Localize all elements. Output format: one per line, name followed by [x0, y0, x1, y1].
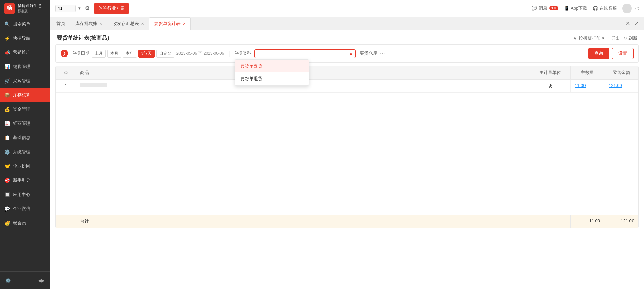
- sidebar-item-enterprise-collab[interactable]: 🤝 企业协同: [0, 159, 50, 173]
- date-btn-custom[interactable]: 自定义: [156, 50, 174, 58]
- logo: 畅 畅捷通好生意 标准版: [0, 0, 50, 17]
- sidebar-item-basic-info[interactable]: 📋 基础信息: [0, 131, 50, 145]
- page-content-area: 要货单统计表(按商品) 🖨 按模板打印 ▾ ↑ 导出 ↻ 刷新: [50, 30, 644, 289]
- date-btn-last7[interactable]: 近7天: [138, 50, 155, 58]
- table-empty-area: [56, 93, 638, 215]
- export-icon: ↑: [608, 36, 610, 41]
- message-icon: 💬: [532, 6, 537, 11]
- sales-icon: 📊: [4, 64, 10, 70]
- dropdown-item-order-return[interactable]: 要货单退货: [235, 72, 309, 85]
- finance-icon: 💰: [4, 106, 10, 112]
- dropdown-item-order-goods[interactable]: 要货单要货: [235, 60, 309, 72]
- table-col-quantity: 主数量: [571, 66, 604, 79]
- top-header: ▾ ⚙ 体验行业方案 💬 消息 99+ 📱 App下载 🎧 在线客服 Rit: [50, 0, 644, 17]
- beginner-guide-icon: 🎯: [4, 177, 10, 183]
- trial-button[interactable]: 体验行业方案: [94, 3, 129, 14]
- enterprise-wechat-icon: 💬: [4, 206, 10, 212]
- date-btn-previous[interactable]: 上月: [92, 50, 106, 58]
- date-btn-current[interactable]: 本月: [107, 50, 121, 58]
- type-dropdown: 要货单要货 要货单退货: [235, 59, 309, 86]
- filter-bar: ❯ 单据日期 上月 本月 本年 近7天 自定义 2023-05-06 至 202…: [55, 44, 639, 63]
- nav-dropdown-arrow[interactable]: ▾: [78, 6, 81, 11]
- sidebar-item-search[interactable]: 🔍 搜索菜单: [0, 17, 50, 31]
- tabs-bar: 首页 库存批次账 ✕ 收发存汇总表 ✕ 要货单统计表 ✕ ✕ ⤢: [50, 17, 644, 30]
- footer-amount: 121.00: [604, 215, 638, 228]
- tabs-close-all-button[interactable]: ✕: [624, 19, 631, 28]
- warehouse-more-btn[interactable]: ···: [380, 50, 385, 57]
- date-buttons: 上月 本月 本年 近7天 自定义: [92, 50, 174, 58]
- print-dropdown-arrow[interactable]: ▾: [602, 36, 604, 41]
- refresh-button[interactable]: ↻ 刷新: [623, 35, 637, 41]
- table-col-amount: 零售金额: [604, 66, 638, 79]
- sidebar-collapse-btn[interactable]: ◀▶: [37, 276, 46, 284]
- sidebar-item-sales[interactable]: 📊 销售管理: [0, 60, 50, 74]
- sidebar-item-system[interactable]: ⚙️ 系统管理: [0, 145, 50, 159]
- date-filter-group: 单据日期 上月 本月 本年 近7天 自定义 2023-05-06 至 2023-…: [72, 50, 224, 58]
- refresh-icon: ↻: [623, 36, 627, 41]
- online-service-button[interactable]: 🎧 在线客服: [593, 5, 617, 12]
- print-button[interactable]: 🖨 按模板打印 ▾: [573, 35, 604, 41]
- user-avatar[interactable]: Rit: [622, 4, 639, 13]
- username-text: Rit: [633, 6, 639, 11]
- tabs-actions: ✕ ⤢: [624, 19, 643, 28]
- phone-icon: 📱: [564, 6, 569, 11]
- tab-close-inventory-batch[interactable]: ✕: [99, 22, 102, 26]
- tab-home[interactable]: 首页: [51, 17, 70, 30]
- settings-icon: ⚙️: [5, 278, 11, 283]
- filter-expand-button[interactable]: ❯: [61, 50, 68, 57]
- export-button[interactable]: ↑ 导出: [608, 35, 620, 41]
- sidebar-item-shortcuts[interactable]: ⚡ 快捷导航: [0, 31, 50, 45]
- footer-unit: [530, 215, 571, 228]
- page-title-bar: 要货单统计表(按商品) 🖨 按模板打印 ▾ ↑ 导出 ↻ 刷新: [50, 30, 644, 44]
- sidebar-item-finance[interactable]: 💰 资金管理: [0, 102, 50, 116]
- type-dropdown-arrow[interactable]: ▲: [349, 51, 353, 56]
- table-header: ⚙ 商品 主计量单位 主数量 零售金额: [56, 66, 638, 80]
- sidebar-item-operations[interactable]: 📈 经营管理: [0, 116, 50, 131]
- purchase-icon: 🛒: [4, 78, 10, 84]
- page-title: 要货单统计表(按商品): [57, 35, 109, 42]
- table-footer: 合计 11.00 121.00: [56, 215, 638, 228]
- cell-amount-1[interactable]: 121.00: [604, 80, 638, 92]
- header-gear-icon[interactable]: ⚙: [85, 5, 90, 12]
- tab-order-summary[interactable]: 要货单统计表 ✕: [149, 17, 191, 30]
- sidebar-bottom: ⚙️ ◀▶: [0, 271, 50, 289]
- date-btn-year[interactable]: 本年: [123, 50, 137, 58]
- cell-quantity-1[interactable]: 11.00: [571, 80, 604, 92]
- sidebar-item-purchase[interactable]: 🛒 采购管理: [0, 74, 50, 88]
- sidebar-item-marketing[interactable]: 📣 营销推广: [0, 45, 50, 60]
- header-right-area: 💬 消息 99+ 📱 App下载 🎧 在线客服 Rit: [532, 4, 639, 13]
- message-button[interactable]: 💬 消息 99+: [532, 5, 558, 12]
- logo-icon: 畅: [4, 3, 15, 14]
- tab-close-receive-dispatch[interactable]: ✕: [141, 22, 144, 26]
- tab-receive-dispatch[interactable]: 收发存汇总表 ✕: [108, 17, 149, 30]
- warehouse-filter-group: 要货仓库 ···: [360, 50, 385, 57]
- setting-button[interactable]: 设置: [612, 48, 634, 59]
- inventory-icon: 📦: [4, 92, 10, 98]
- page-actions: 🖨 按模板打印 ▾ ↑ 导出 ↻ 刷新: [573, 35, 638, 41]
- sidebar-item-inventory[interactable]: 📦 库存核算: [0, 88, 50, 102]
- tabs-expand-button[interactable]: ⤢: [633, 19, 640, 28]
- tab-close-order-summary[interactable]: ✕: [183, 22, 186, 26]
- basic-info-icon: 📋: [4, 135, 10, 141]
- footer-label: 合计: [76, 215, 530, 228]
- type-input[interactable]: [254, 49, 356, 58]
- table-row: 1 块 11.00 121.00: [56, 80, 638, 93]
- sidebar-item-beginner-guide[interactable]: 🎯 新手引导: [0, 173, 50, 187]
- marketing-icon: 📣: [4, 49, 10, 55]
- sidebar-item-membership[interactable]: 👑 畅会员: [0, 216, 50, 230]
- table-header-settings[interactable]: ⚙: [56, 66, 76, 79]
- sidebar-item-app-center[interactable]: 🔲 应用中心: [0, 187, 50, 202]
- tab-inventory-batch[interactable]: 库存批次账 ✕: [70, 17, 108, 30]
- sidebar-nav: 🔍 搜索菜单 ⚡ 快捷导航 📣 营销推广 📊 销售管理 🛒 采购管理 📦 库存核…: [0, 17, 50, 271]
- type-filter-group: 单据类型 ▲: [234, 49, 356, 58]
- query-button[interactable]: 查询: [588, 48, 609, 59]
- app-download-button[interactable]: 📱 App下载: [564, 5, 587, 12]
- nav-count-input[interactable]: [55, 5, 76, 12]
- sidebar-settings-btn[interactable]: ⚙️: [4, 276, 12, 284]
- main-content: ▾ ⚙ 体验行业方案 💬 消息 99+ 📱 App下载 🎧 在线客服 Rit: [50, 0, 644, 289]
- date-range-display: 2023-05-06 至 2023-06-06: [176, 51, 224, 57]
- headset-icon: 🎧: [593, 6, 598, 11]
- sidebar-item-enterprise-wechat[interactable]: 💬 企业微信: [0, 202, 50, 216]
- footer-empty: [56, 215, 76, 228]
- footer-quantity: 11.00: [571, 215, 604, 228]
